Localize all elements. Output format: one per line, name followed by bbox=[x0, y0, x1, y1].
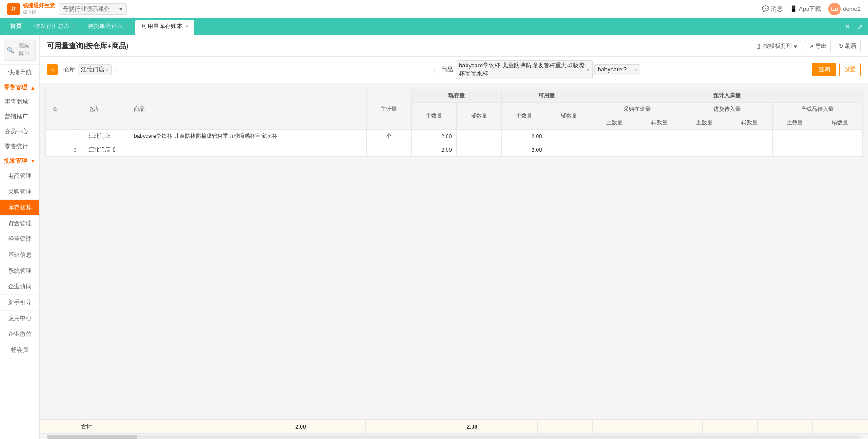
product-filter-label: 商品 bbox=[441, 66, 453, 74]
th-warehouse: 仓库 bbox=[84, 89, 129, 130]
sidebar-item-retail-stats[interactable]: 零售统计 bbox=[0, 139, 39, 154]
logo-icon: 好 bbox=[7, 3, 20, 15]
row-production-aux bbox=[817, 130, 863, 143]
avatar: Ea bbox=[828, 3, 841, 15]
user-menu[interactable]: Ea demo2 bbox=[828, 3, 861, 15]
row-available-main: 2.00 bbox=[502, 143, 547, 157]
industry-select[interactable]: 母婴行业演示账套 ▾ bbox=[59, 3, 127, 15]
product-tag-1[interactable]: babycare学饮杯 儿童防摔防撞吸管杯重力球吸嘴杯宝宝水杯 × bbox=[456, 60, 593, 79]
summary-label-cell: 合计 bbox=[76, 420, 194, 434]
tab-available-stock-close[interactable]: × bbox=[185, 24, 188, 29]
row-available-aux bbox=[547, 143, 592, 157]
row-production-aux bbox=[817, 143, 863, 157]
sidebar-item-member-center[interactable]: 会员中心 bbox=[0, 124, 39, 139]
th-incoming-main: 主数量 bbox=[682, 116, 727, 130]
row-warehouse: 江北门店 bbox=[84, 130, 129, 143]
tab-receipts-close[interactable]: × bbox=[72, 24, 75, 29]
search-menu-btn[interactable]: 🔍 搜索菜单 bbox=[4, 39, 36, 61]
th-settings: ⚙ bbox=[46, 89, 66, 130]
tab-home[interactable]: 首页 bbox=[4, 18, 28, 35]
table-row: 1 江北门店 babycare学饮杯 儿童防摔防撞吸管杯重力球吸嘴杯宝宝水杯 个… bbox=[46, 130, 863, 143]
row-stock-aux bbox=[457, 143, 502, 157]
summary-incoming-aux bbox=[703, 420, 758, 434]
product-tag-2[interactable]: babycare？... × bbox=[594, 64, 640, 75]
row-seq: 2 bbox=[66, 143, 84, 157]
main-layout: 🔍 搜索菜单 快捷导航 零售管理 ▲ 零售商城 营销推广 会员中心 零售统计 批… bbox=[0, 35, 868, 439]
sidebar-item-marketing[interactable]: 营销推广 bbox=[0, 109, 39, 124]
sidebar-item-vip[interactable]: 畅会员 bbox=[0, 342, 39, 358]
table-area: ⚙ 仓库 商品 主计量 现存量 可用量 预计入库量 主数量 辅数量 主数量 bbox=[40, 83, 868, 419]
tab-order-stats-close[interactable]: × bbox=[126, 24, 128, 29]
tab-available-stock[interactable]: 可用量库存账本 × bbox=[135, 20, 194, 35]
th-product: 商品 bbox=[129, 89, 367, 130]
content-area: 可用量查询(按仓库+商品) 🖨 按模板打印 ▾ ↗ 导出 ↻ 刷新 » bbox=[40, 35, 868, 439]
search-icon: 🔍 bbox=[7, 47, 14, 53]
summary-incoming-main bbox=[647, 420, 703, 434]
template-print-btn[interactable]: 🖨 按模板打印 ▾ bbox=[752, 40, 801, 52]
sidebar-item-quick-nav[interactable]: 快捷导航 bbox=[0, 65, 39, 80]
warehouse-tag-jiangbei[interactable]: 江北门店 × bbox=[78, 64, 112, 75]
th-seq bbox=[66, 89, 84, 130]
sidebar-item-system[interactable]: 系统管理 bbox=[0, 263, 39, 279]
export-btn[interactable]: ↗ 导出 bbox=[805, 40, 831, 52]
close-all-tabs[interactable]: × bbox=[844, 23, 851, 31]
sidebar-item-retail-mgmt[interactable]: 零售管理 ▲ bbox=[0, 80, 39, 94]
table-footer: 合计 2.00 2.00 bbox=[40, 419, 868, 434]
row-incoming-aux bbox=[727, 130, 772, 143]
app-download-btn[interactable]: 📱 App下载 bbox=[790, 5, 821, 13]
table-row: 2 江北门店【... 2.00 2.00 bbox=[46, 143, 863, 157]
warehouse-filter-more[interactable]: ··· bbox=[113, 66, 118, 73]
sidebar-item-enterprise-collab[interactable]: 企业协同 bbox=[0, 279, 39, 295]
sidebar-item-ecommerce[interactable]: 电商管理 bbox=[0, 168, 39, 184]
row-stock-main: 2.00 bbox=[411, 143, 457, 157]
settings-icon[interactable]: ⚙ bbox=[50, 104, 61, 115]
refresh-btn[interactable]: ↻ 刷新 bbox=[835, 40, 861, 52]
scrollbar-thumb[interactable] bbox=[47, 435, 137, 439]
row-purchase-aux bbox=[637, 130, 682, 143]
row-incoming-main bbox=[682, 143, 727, 157]
row-seq: 1 bbox=[66, 130, 84, 143]
chevron-icon: ▲ bbox=[30, 84, 36, 91]
top-bar-left: 好 畅捷通好生意 标准版 母婴行业演示账套 ▾ bbox=[7, 2, 127, 16]
tab-receipts[interactable]: 收发存汇总表 × bbox=[28, 18, 81, 35]
expand-btn[interactable]: ⤢ bbox=[855, 23, 864, 31]
th-forecast-group: 预计入库量 bbox=[592, 89, 862, 103]
refresh-icon: ↻ bbox=[839, 43, 844, 50]
messages-btn[interactable]: 💬 消息 bbox=[762, 5, 783, 13]
sidebar-item-new-guide[interactable]: 新手引导 bbox=[0, 295, 39, 311]
th-available-aux: 辅数量 bbox=[547, 103, 592, 130]
chevron-down-icon: ▾ bbox=[119, 5, 123, 12]
product-tag-2-close[interactable]: × bbox=[634, 67, 637, 72]
phone-icon: 📱 bbox=[790, 5, 797, 12]
row-incoming-aux bbox=[727, 143, 772, 157]
th-stock-group: 现存量 bbox=[411, 89, 501, 103]
sidebar-item-basic-info[interactable]: 基础信息 bbox=[0, 247, 39, 263]
warehouse-tag-close[interactable]: × bbox=[106, 67, 108, 72]
row-unit bbox=[366, 143, 411, 157]
sidebar-item-app-center[interactable]: 应用中心 bbox=[0, 311, 39, 326]
th-stock-aux: 辅数量 bbox=[457, 103, 502, 130]
summary-stock-aux bbox=[311, 420, 366, 434]
nav-tabs-right: × ⤢ bbox=[844, 18, 864, 35]
sidebar-item-purchase[interactable]: 采购管理 bbox=[0, 184, 39, 200]
th-production-aux: 辅数量 bbox=[817, 116, 863, 130]
sidebar-item-enterprise-wechat[interactable]: 企业微信 bbox=[0, 326, 39, 342]
sidebar-item-operations[interactable]: 经营管理 bbox=[0, 231, 39, 247]
sidebar-item-wholesale-mgmt[interactable]: 批发管理 ▼ bbox=[0, 154, 39, 168]
top-bar: 好 畅捷通好生意 标准版 母婴行业演示账套 ▾ 💬 消息 📱 App下载 Ea … bbox=[0, 0, 868, 18]
row-product bbox=[129, 143, 367, 157]
nav-tabs: 首页 收发存汇总表 × 要货单统计表 × 可用量库存账本 × × ⤢ bbox=[0, 18, 868, 35]
row-stock-main: 2.00 bbox=[411, 130, 457, 143]
row-purchase-main bbox=[592, 143, 637, 157]
dropdown-icon: ▾ bbox=[794, 43, 797, 50]
query-btn[interactable]: 查询 bbox=[812, 63, 836, 76]
row-purchase-aux bbox=[637, 143, 682, 157]
filter-expand-btn[interactable]: » bbox=[47, 64, 58, 75]
setting-btn[interactable]: 设置 bbox=[839, 63, 861, 76]
product-tag-1-close[interactable]: × bbox=[587, 67, 590, 72]
sidebar-item-inventory[interactable]: 库存核算 bbox=[0, 200, 39, 216]
tab-order-stats[interactable]: 要货单统计表 × bbox=[81, 18, 135, 35]
sidebar-item-retail-mall[interactable]: 零售商城 bbox=[0, 94, 39, 109]
printer-icon: 🖨 bbox=[756, 43, 762, 50]
sidebar-item-finance[interactable]: 资金管理 bbox=[0, 216, 39, 231]
